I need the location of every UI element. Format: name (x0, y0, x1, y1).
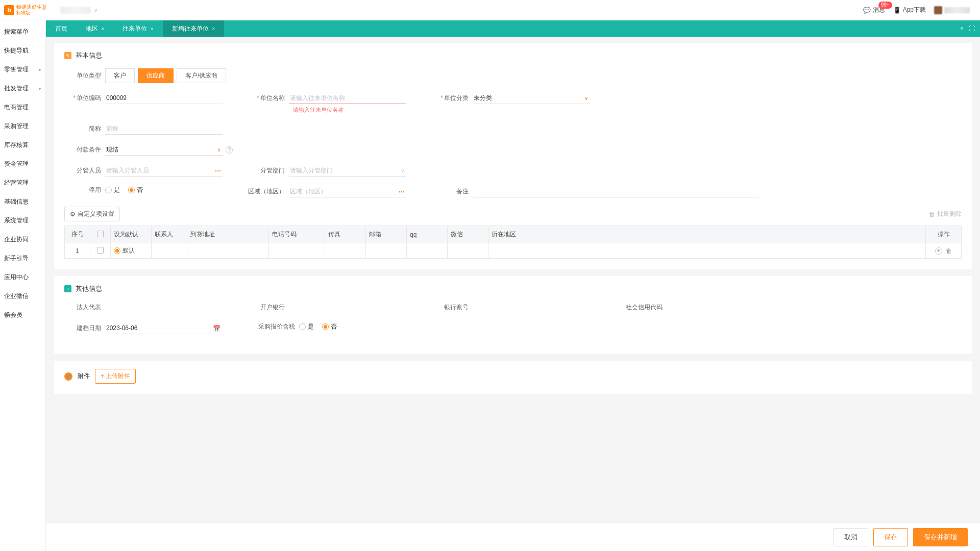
delete-row-icon[interactable]: 🗑 (945, 247, 952, 255)
close-icon[interactable]: × (212, 26, 215, 32)
cell-region[interactable] (488, 243, 926, 259)
tax-no-radio[interactable]: 否 (322, 322, 337, 331)
pay-terms-select[interactable] (105, 144, 223, 156)
cell-qq[interactable] (407, 243, 448, 259)
archive-date-input[interactable] (105, 322, 223, 334)
dept-select[interactable] (289, 165, 406, 177)
sidebar: 搜索菜单 快捷导航 零售管理▸ 批发管理▸ 电商管理 采购管理 库存核算 资金管… (0, 20, 46, 551)
fullscreen-icon[interactable]: ⛶ (969, 25, 975, 32)
sidebar-item-ecommerce[interactable]: 电商管理 (0, 98, 45, 117)
sidebar-item-inventory[interactable]: 库存核算 (0, 136, 45, 155)
region-input[interactable] (289, 186, 406, 197)
phone-icon: 📱 (893, 7, 901, 14)
cell-email[interactable] (366, 243, 407, 259)
disabled-no-radio[interactable]: 否 (128, 186, 143, 194)
sidebar-item-appcenter[interactable]: 应用中心 (0, 268, 45, 287)
th-phone: 电话号码 (269, 226, 325, 243)
sidebar-item-label: 基础信息 (4, 197, 29, 206)
sidebar-item-quicknav[interactable]: 快捷导航 (0, 41, 45, 60)
sidebar-item-basedata[interactable]: 基础信息 (0, 192, 45, 211)
th-index: 序号 (65, 226, 90, 243)
user-menu[interactable] (934, 6, 972, 14)
batch-delete-button[interactable]: 🗑 批量删除 (929, 210, 962, 218)
table-header-row: 序号 设为默认 联系人 到货地址 电话号码 传真 邮箱 qq 微信 所在地区 (65, 226, 962, 243)
remark-input[interactable] (473, 186, 758, 197)
cancel-button[interactable]: 取消 (834, 528, 868, 546)
dept-label: 分管部门 (248, 166, 289, 175)
sidebar-item-label: 经营管理 (4, 179, 29, 187)
sidebar-item-purchase[interactable]: 采购管理 (0, 117, 45, 136)
sidebar-item-label: 批发管理 (4, 84, 29, 93)
manager-label: 分管人员 (64, 166, 105, 175)
app-download-button[interactable]: 📱 App下载 (893, 6, 926, 14)
sidebar-item-wholesale[interactable]: 批发管理▸ (0, 79, 45, 98)
sidebar-item-label: 资金管理 (4, 160, 29, 168)
unit-type-label: 单位类型 (64, 71, 105, 80)
more-icon[interactable]: ⋯ (215, 167, 220, 174)
cell-contact[interactable] (152, 243, 187, 259)
checkbox[interactable] (97, 247, 104, 254)
sidebar-item-wechat[interactable]: 企业微信 (0, 287, 45, 306)
credit-code-input[interactable] (667, 302, 784, 313)
cell-wechat[interactable] (448, 243, 488, 259)
sidebar-item-member[interactable]: 畅会员 (0, 306, 45, 324)
cell-default: 默认 (111, 243, 152, 259)
unit-name-error: 请输入往来单位名称 (293, 106, 451, 114)
tab-home[interactable]: 首页 (46, 20, 77, 37)
sidebar-item-collab[interactable]: 企业协同 (0, 230, 45, 249)
unit-type-segment: 客户 供应商 客户/供应商 (105, 68, 226, 83)
bank-input[interactable] (289, 302, 406, 313)
tab-region[interactable]: 地区× (77, 20, 113, 37)
custom-settings-button[interactable]: ⚙ 自定义项设置 (64, 207, 120, 221)
th-qq: qq (407, 226, 448, 243)
sidebar-item-search[interactable]: 搜索菜单 (0, 22, 45, 41)
save-button[interactable]: 保存 (873, 528, 908, 546)
tax-label: 采购报价含税 (248, 322, 299, 331)
cell-address[interactable] (187, 243, 269, 259)
tax-yes-radio[interactable]: 是 (299, 322, 314, 331)
legal-input[interactable] (105, 302, 223, 313)
close-icon[interactable]: × (101, 26, 104, 32)
unit-name-input[interactable] (289, 92, 406, 104)
unit-type-both[interactable]: 客户/供应商 (177, 68, 226, 83)
cell-checkbox (90, 243, 111, 259)
attachment-label: 附件 (78, 372, 90, 381)
unit-category-select[interactable] (473, 92, 590, 104)
checkbox[interactable] (97, 231, 104, 237)
cell-fax[interactable] (325, 243, 366, 259)
messages-button[interactable]: 💬 消息 99+ (863, 6, 885, 14)
close-icon[interactable]: × (150, 26, 153, 32)
chevron-down-icon: ∨ (94, 7, 97, 13)
sidebar-item-guide[interactable]: 新手引导 (0, 249, 45, 268)
unit-code-input[interactable] (105, 92, 223, 104)
upload-attachment-button[interactable]: + 上传附件 (95, 369, 136, 384)
disabled-yes-radio[interactable]: 是 (105, 186, 120, 194)
sidebar-item-finance[interactable]: 资金管理 (0, 155, 45, 173)
th-email: 邮箱 (366, 226, 407, 243)
unit-type-customer[interactable]: 客户 (105, 68, 135, 83)
help-icon[interactable]: ? (226, 146, 233, 154)
more-icon[interactable]: ⋯ (399, 188, 404, 195)
sidebar-item-retail[interactable]: 零售管理▸ (0, 60, 45, 79)
sidebar-item-operations[interactable]: 经营管理 (0, 173, 45, 192)
tab-partners[interactable]: 往来单位× (113, 20, 162, 37)
manager-input[interactable] (105, 165, 223, 177)
calendar-icon[interactable]: 📅 (213, 325, 220, 332)
add-row-icon[interactable]: + (935, 247, 942, 255)
default-radio[interactable]: 默认 (114, 246, 148, 255)
table-row: 1 默认 (65, 243, 962, 259)
sidebar-item-label: 应用中心 (4, 273, 29, 282)
cell-phone[interactable] (269, 243, 325, 259)
attachment-panel: 📎 附件 + 上传附件 (54, 361, 972, 394)
short-name-input[interactable] (105, 123, 223, 135)
action-footer: 取消 保存 保存并新增 (46, 522, 980, 551)
save-and-new-button[interactable]: 保存并新增 (913, 528, 968, 546)
panel-title: ⌂ 其他信息 (64, 284, 962, 293)
sidebar-item-system[interactable]: 系统管理 (0, 211, 45, 230)
unit-type-supplier[interactable]: 供应商 (138, 68, 174, 83)
entity-selector[interactable]: ∨ (60, 7, 97, 14)
brand-icon: b (4, 5, 14, 15)
account-input[interactable] (473, 302, 590, 313)
close-all-tabs-icon[interactable]: × (960, 25, 964, 32)
tab-new-partner[interactable]: 新增往来单位× (163, 20, 224, 37)
